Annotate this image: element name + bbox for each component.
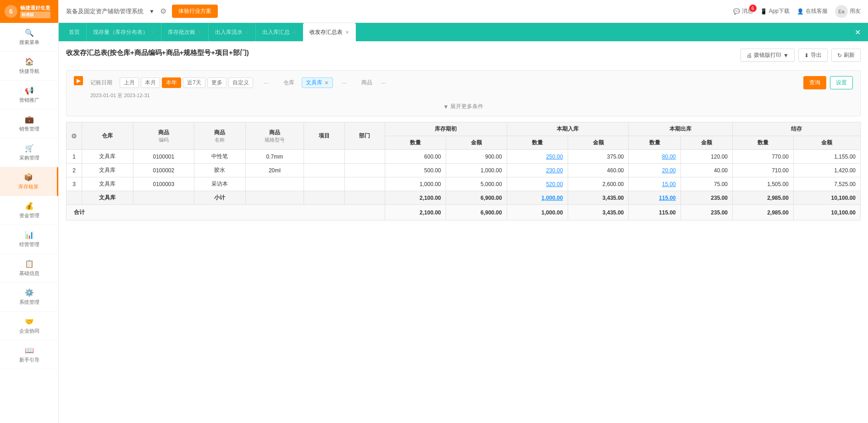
cell-in-qty[interactable]: 250.00	[507, 150, 568, 164]
page-title: 收发存汇总表(按仓库+商品编码+商品+规格型号+项目+部门)	[66, 49, 249, 57]
sidebar-item-sales[interactable]: 💼 销售管理	[0, 110, 58, 138]
cell-in-qty[interactable]: 1,000.00	[507, 191, 568, 205]
cell-in-qty[interactable]: 230.00	[507, 164, 568, 177]
tab-recv-send-summary[interactable]: 收发存汇总表 ✕	[303, 23, 356, 41]
cell-code: 0100002	[133, 164, 194, 177]
sidebar-item-collab[interactable]: 🤝 企业协同	[0, 312, 58, 341]
sidebar-label-system: 系统管理	[19, 299, 39, 306]
sidebar-item-baseinfo[interactable]: 📋 基础信息	[0, 254, 58, 283]
system-dropdown[interactable]: ▼	[149, 8, 155, 15]
notification-item[interactable]: 💬 6 消息	[733, 7, 753, 15]
cell-project	[304, 164, 344, 177]
sidebar-item-marketing[interactable]: 📢 营销推广	[0, 81, 58, 110]
col-warehouse-header: 仓库	[82, 122, 133, 150]
sidebar-item-guide[interactable]: 📖 新手引导	[0, 341, 58, 369]
search-icon: 🔍	[25, 28, 34, 37]
cell-open-amt: 6,900.00	[446, 191, 507, 205]
settings-filter-btn[interactable]: 设置	[830, 76, 853, 89]
tab-bar-close-btn[interactable]: ✕	[851, 28, 864, 37]
online-service-item[interactable]: 👤 在线客服	[797, 7, 828, 15]
warehouse-tag-close[interactable]: ✕	[324, 80, 329, 86]
cell-out-qty[interactable]: 115.00	[629, 191, 680, 205]
baseinfo-icon: 📋	[25, 259, 34, 268]
cell-open-amt: 1,000.00	[446, 164, 507, 177]
tab-inout-summary-close[interactable]: ✕	[293, 30, 296, 35]
refresh-btn[interactable]: ↻ 刷新	[831, 49, 861, 62]
main-content: 装备及固定资产辅助管理系统 ▼ ⚙ 体验行业方案 💬 6 消息 📱 App下载 …	[59, 0, 868, 423]
date-btn-more[interactable]: 更多	[207, 77, 227, 88]
cell-out-qty[interactable]: 20.00	[629, 164, 680, 177]
user-item[interactable]: Ea 用友	[835, 5, 861, 18]
date-btn-7days[interactable]: 近7天	[183, 77, 205, 88]
filter-dots-2[interactable]: ···	[342, 80, 347, 86]
filter-collapse-btn[interactable]: ▶	[74, 76, 83, 85]
tab-batch-account-close[interactable]: ✕	[198, 30, 202, 35]
cell-dept	[344, 177, 385, 191]
tab-inout-flow[interactable]: 出入库流水 ✕	[209, 23, 256, 41]
col-code-header: 商品编码	[133, 122, 194, 150]
sidebar-item-inventory[interactable]: 📦 库存核算	[0, 167, 58, 196]
expand-conditions-btn[interactable]: ▼ 展开更多条件	[74, 103, 853, 110]
tab-inventory-dist[interactable]: 现存量（库存分布表） ✕	[87, 23, 161, 41]
export-icon: ⬇	[804, 52, 809, 59]
cell-seq: 2	[66, 164, 82, 177]
col-out-header: 本期出库	[629, 122, 733, 136]
tab-inventory-dist-close[interactable]: ✕	[151, 30, 155, 35]
in-qty-header: 数量	[507, 136, 568, 150]
sidebar-item-search[interactable]: 🔍 搜索菜单	[0, 23, 58, 52]
refresh-icon: ↻	[837, 52, 842, 59]
mobile-icon: 📱	[760, 8, 767, 15]
print-btn[interactable]: 🖨 拨镜版打印 ▼	[741, 49, 795, 62]
filter-dots-1[interactable]: ···	[264, 80, 269, 86]
date-btn-this-year[interactable]: 本年	[162, 77, 181, 88]
tab-recv-send-summary-close[interactable]: ✕	[345, 30, 349, 35]
filter-dots-3[interactable]: ···	[381, 80, 386, 86]
cell-in-qty[interactable]: 520.00	[507, 177, 568, 191]
close-amt-header: 金额	[793, 136, 860, 150]
date-btn-last-month[interactable]: 上月	[120, 77, 139, 88]
sidebar-item-system[interactable]: ⚙️ 系统管理	[0, 283, 58, 312]
tab-inout-flow-close[interactable]: ✕	[245, 30, 249, 35]
tab-bar: 首页 现存量（库存分布表） ✕ 库存批次账 ✕ 出入库流水 ✕ 出入库汇总 ✕ …	[59, 23, 868, 41]
col-name-header: 商品名称	[194, 122, 245, 150]
footer-close-qty: 2,985.00	[732, 205, 793, 220]
cell-warehouse: 文具库	[82, 177, 133, 191]
cell-code: 0100001	[133, 150, 194, 164]
sidebar-item-finance[interactable]: 💰 资金管理	[0, 196, 58, 225]
cell-dept	[344, 191, 385, 205]
logo-icon: 6	[5, 5, 17, 18]
data-table: ⚙ 仓库 商品编码 商品名称 商品规格型号 项目 部门 库存期初 本期入库 本期…	[66, 122, 861, 220]
cell-out-qty[interactable]: 15.00	[629, 177, 680, 191]
cell-open-qty: 500.00	[385, 164, 446, 177]
query-btn[interactable]: 查询	[803, 76, 826, 89]
cell-out-qty[interactable]: 80.00	[629, 150, 680, 164]
trial-btn[interactable]: 体验行业方案	[172, 5, 218, 18]
in-amt-header: 金额	[568, 136, 629, 150]
system-icon: ⚙️	[25, 288, 34, 297]
tab-batch-account[interactable]: 库存批次账 ✕	[161, 23, 209, 41]
cell-spec: 0.7mm	[245, 150, 304, 164]
export-btn[interactable]: ⬇ 导出	[798, 49, 828, 62]
sidebar-item-operation[interactable]: 📊 经营管理	[0, 225, 58, 254]
cell-open-qty: 2,100.00	[385, 191, 446, 205]
out-amt-header: 金额	[680, 136, 732, 150]
table-container: ⚙ 仓库 商品编码 商品名称 商品规格型号 项目 部门 库存期初 本期入库 本期…	[66, 122, 861, 220]
app-download-item[interactable]: 📱 App下载	[760, 7, 790, 15]
online-service-label: 在线客服	[806, 7, 828, 15]
tab-home[interactable]: 首页	[62, 23, 87, 41]
sidebar-label-finance: 资金管理	[19, 212, 39, 219]
filter-line-1: 记账日期 上月 本月 本年 近7天 更多 自定义 ··· 仓库	[90, 76, 853, 89]
date-btn-this-month[interactable]: 本月	[141, 77, 160, 88]
sidebar-item-purchase[interactable]: 🛒 采购管理	[0, 138, 58, 167]
cell-close-amt: 1,155.00	[793, 150, 860, 164]
cell-warehouse: 文具库	[82, 150, 133, 164]
sidebar-item-quicknav[interactable]: 🏠 快捷导航	[0, 52, 58, 81]
sidebar-label-operation: 经营管理	[19, 241, 39, 248]
purchase-icon: 🛒	[25, 144, 34, 153]
gear-icon[interactable]: ⚙	[160, 7, 166, 16]
sidebar-label-collab: 企业协同	[19, 328, 39, 335]
table-settings-icon[interactable]: ⚙	[71, 132, 77, 140]
date-btn-custom[interactable]: 自定义	[228, 77, 253, 88]
operation-icon: 📊	[25, 231, 34, 239]
tab-inout-summary[interactable]: 出入库汇总 ✕	[256, 23, 303, 41]
